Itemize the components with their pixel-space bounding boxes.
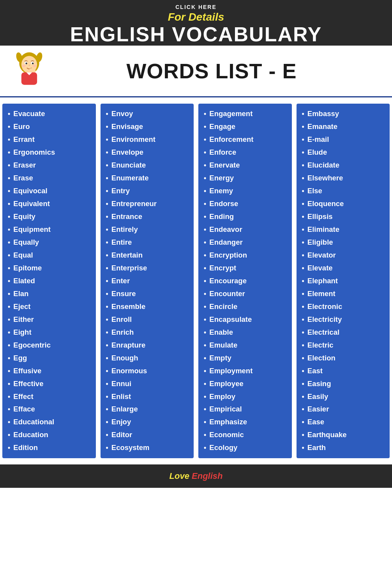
word-grid: •Evacuate•Euro•Errant•Ergonomics•Eraser•…: [0, 96, 392, 464]
bullet-icon: •: [106, 225, 108, 234]
word-text: Eloquence: [307, 199, 344, 209]
word-item: •Enough: [106, 353, 190, 363]
bullet-icon: •: [302, 430, 304, 440]
word-item: •Enormous: [106, 366, 190, 376]
word-text: Enrich: [111, 328, 134, 337]
word-text: Encourage: [209, 276, 247, 286]
word-item: •East: [302, 366, 386, 376]
word-item: •Employ: [204, 392, 288, 402]
bullet-icon: •: [106, 212, 108, 221]
bullet-icon: •: [302, 289, 304, 298]
word-item: •Entrance: [106, 212, 190, 222]
word-item: •Entirely: [106, 225, 190, 235]
bullet-icon: •: [8, 109, 10, 118]
bullet-icon: •: [8, 148, 10, 157]
bullet-icon: •: [8, 289, 10, 298]
word-item: •Easier: [302, 404, 386, 414]
bullet-icon: •: [204, 392, 206, 401]
word-item: •Elude: [302, 148, 386, 157]
bullet-icon: •: [106, 404, 108, 414]
bullet-icon: •: [302, 251, 304, 260]
word-text: Elucidate: [307, 161, 339, 170]
click-here-text: CLICK HERE: [8, 4, 384, 10]
bullet-icon: •: [204, 289, 206, 298]
word-item: •Enunciate: [106, 161, 190, 170]
bullet-icon: •: [204, 404, 206, 414]
word-item: •Electronic: [302, 302, 386, 312]
word-item: •Either: [8, 315, 92, 325]
bullet-icon: •: [204, 135, 206, 144]
word-text: Erase: [13, 173, 33, 183]
word-text: Ecology: [209, 443, 237, 453]
word-text: Equivalent: [13, 199, 50, 209]
word-text: Entrance: [111, 212, 142, 222]
bullet-icon: •: [302, 353, 304, 363]
word-text: Equipment: [13, 225, 51, 235]
word-item: •Equivalent: [8, 199, 92, 209]
bullet-icon: •: [106, 276, 108, 286]
word-item: •Earthquake: [302, 430, 386, 440]
bullet-icon: •: [8, 430, 10, 440]
word-text: Encircle: [209, 302, 237, 312]
bullet-icon: •: [204, 199, 206, 208]
bullet-icon: •: [204, 148, 206, 157]
word-text: Enterprise: [111, 263, 147, 273]
bullet-icon: •: [302, 238, 304, 247]
word-text: Ensure: [111, 289, 136, 299]
bullet-icon: •: [302, 212, 304, 221]
bullet-icon: •: [8, 263, 10, 273]
word-item: •Enter: [106, 276, 190, 286]
word-item: •Ending: [204, 212, 288, 222]
word-item: •Enervate: [204, 161, 288, 170]
footer-text: Love English: [170, 471, 223, 481]
word-item: •Ease: [302, 417, 386, 427]
word-item: •Envelope: [106, 148, 190, 157]
svg-point-7: [32, 63, 34, 65]
word-item: •Endanger: [204, 238, 288, 247]
bullet-icon: •: [106, 251, 108, 260]
bullet-icon: •: [106, 353, 108, 363]
word-text: Emanate: [307, 122, 337, 132]
word-item: •Equal: [8, 251, 92, 260]
word-item: •Euro: [8, 122, 92, 132]
word-item: •Enrapture: [106, 341, 190, 350]
word-item: •Ensure: [106, 289, 190, 299]
word-text: Else: [307, 186, 322, 196]
bullet-icon: •: [106, 443, 108, 452]
word-text: Empirical: [209, 404, 242, 414]
word-item: •Effective: [8, 379, 92, 389]
word-item: •Errant: [8, 135, 92, 145]
word-text: Enough: [111, 353, 138, 363]
bullet-icon: •: [106, 289, 108, 298]
bullet-icon: •: [8, 199, 10, 208]
word-text: Entrepreneur: [111, 199, 157, 209]
word-item: •Enemy: [204, 186, 288, 196]
bullet-icon: •: [106, 135, 108, 144]
bullet-icon: •: [204, 161, 206, 170]
for-details-text[interactable]: For Details: [8, 11, 384, 23]
word-item: •Encircle: [204, 302, 288, 312]
bullet-icon: •: [204, 263, 206, 273]
word-item: •Enterprise: [106, 263, 190, 273]
bullet-icon: •: [204, 379, 206, 388]
word-text: Errant: [13, 135, 35, 145]
svg-point-10: [29, 65, 30, 66]
word-text: Elude: [307, 148, 327, 157]
word-text: Enlarge: [111, 404, 138, 414]
bullet-icon: •: [204, 276, 206, 286]
word-text: Elan: [13, 289, 28, 299]
bullet-icon: •: [302, 186, 304, 196]
word-text: Enable: [209, 328, 233, 337]
word-text: Envisage: [111, 122, 143, 132]
word-item: •Equivocal: [8, 186, 92, 196]
word-text: E-mail: [307, 135, 329, 145]
word-text: Easier: [307, 404, 329, 414]
sub-title: WORDS LIST - E: [51, 59, 384, 83]
bullet-icon: •: [106, 109, 108, 118]
bullet-icon: •: [8, 443, 10, 452]
word-item: •Elated: [8, 276, 92, 286]
bullet-icon: •: [106, 379, 108, 388]
word-text: Elevator: [307, 251, 336, 260]
word-item: •Element: [302, 289, 386, 299]
word-item: •Enlarge: [106, 404, 190, 414]
